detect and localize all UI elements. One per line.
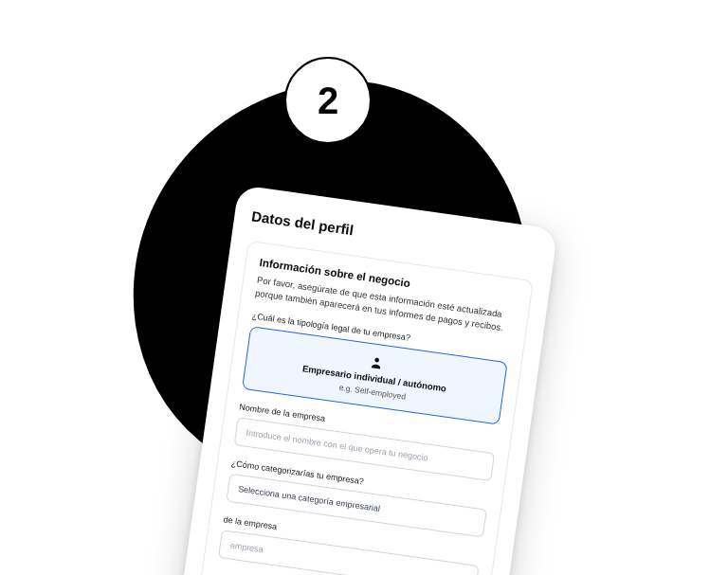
stage: 2 Datos del perfil Información sobre el … (0, 0, 728, 575)
step-number: 2 (318, 80, 338, 122)
step-badge: 2 (284, 57, 372, 144)
person-icon (369, 355, 384, 370)
svg-point-0 (374, 357, 379, 362)
business-info-card: Información sobre el negocio Por favor, … (200, 241, 534, 575)
